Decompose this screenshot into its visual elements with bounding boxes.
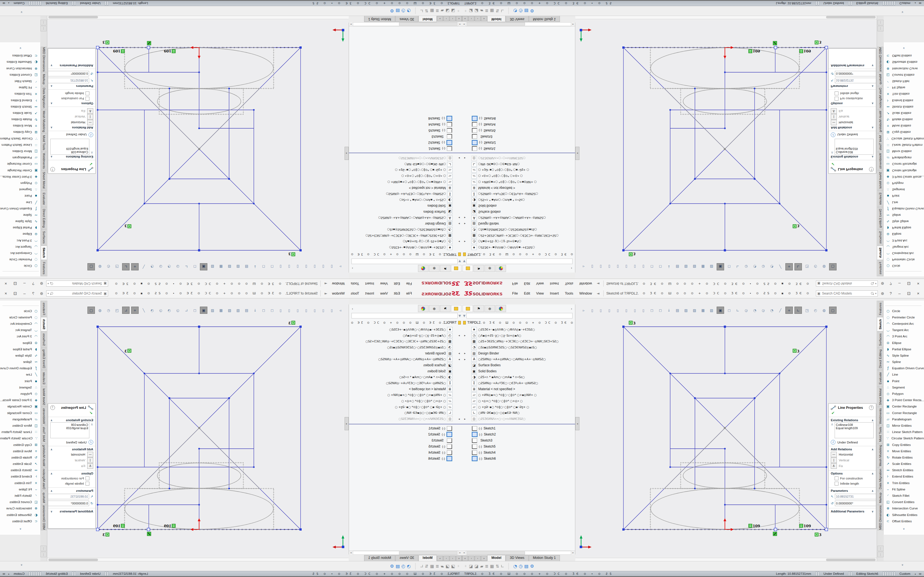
visibility-icon[interactable]: ∞	[919, 572, 922, 576]
tool-style-spline[interactable]: ∿Style Spline	[884, 352, 924, 359]
toolbar-icon[interactable]: +	[131, 263, 139, 270]
checkbox-icon[interactable]	[86, 476, 89, 480]
visibility-icon[interactable]: ∞	[2, 1, 5, 5]
toolbar-icon[interactable]: ▤	[524, 8, 528, 13]
close-button[interactable]: ×	[914, 281, 922, 286]
tree-item-plane[interactable]: ▱○ +ИN◎▪+○ *⊙‖○◦○‖⊙* ○+▪◎NИ+ ○	[351, 392, 462, 398]
tool-polygon[interactable]: ◇Polygon	[0, 390, 40, 397]
tree-item[interactable]: ◑○ƧS•∩ * ▪Am○◦○mA▪ * ∩•Sƨ○	[351, 374, 462, 380]
toolbar-icon[interactable]: ▦	[699, 263, 706, 270]
tree-root-row[interactable]: TЯPDL2. ⊙ ƷЄ ⊙ Ш ⊙ ⊙ ⊙ + ⊙ ƆC ⊙ ƷЄ ⊙ • ⊙…	[463, 252, 573, 257]
tool-spline[interactable]: ∾Spline	[884, 359, 924, 365]
toolbar-icon[interactable]: ▢	[829, 263, 837, 270]
tree-item[interactable]: ★○ƧSƷЄ+◦▪◎ΛΛΦ○◦○ΦΛΛ◎▪◦+ЄƷSƧ○	[462, 245, 573, 251]
menu-view[interactable]: View	[534, 281, 546, 287]
menu-window[interactable]: Window	[330, 281, 347, 287]
angle-input[interactable]	[48, 502, 89, 505]
tree-item-origin[interactable]: ∟○ИN◦ƏЄ▪◎○◦○◎▪ЄƏ◦NИ○	[462, 410, 573, 416]
tab-dimxpertmanager[interactable]	[496, 305, 506, 312]
toolbar-icon[interactable]: ≣	[485, 564, 489, 569]
toolbar-icon[interactable]: ∟	[183, 263, 190, 270]
toolbar-icon[interactable]: ◔	[407, 564, 411, 569]
cm-tab-sketch[interactable]: Sketch	[41, 246, 47, 260]
toolbar-icon[interactable]: ◔	[513, 564, 517, 569]
toolbar-icon[interactable]: ▨	[683, 263, 690, 270]
cm-tab-direct-editing[interactable]: Direct Editing	[877, 348, 883, 370]
help-icon[interactable]: ?	[869, 405, 874, 410]
cm-tab-data-migration[interactable]: Data Migration	[877, 467, 883, 491]
tree-item-sketch3[interactable]: Sketch3	[351, 134, 462, 140]
tool-tangent-arc[interactable]: ◡Tangent Arc	[0, 244, 40, 250]
tabs-overflow-arrow[interactable]: ›	[571, 266, 574, 271]
tree-item[interactable]: ◔○Sƨ▪◎SƧИNЄƷƧS○◦○SƧƷЄNИSƧ◎▪ƨS○	[351, 227, 462, 233]
menu-edit[interactable]: Edit	[522, 281, 532, 287]
toolbar-icon[interactable]: ◶	[157, 307, 164, 314]
search-icon[interactable]	[871, 282, 874, 285]
search-dropdown-icon[interactable]: ▾	[48, 292, 49, 295]
restore-button[interactable]: ⊡	[905, 291, 913, 296]
tool-spline[interactable]: ∾Spline	[0, 359, 40, 365]
spinner[interactable]: ▲▼	[48, 71, 48, 76]
tool-segment[interactable]: ∴Segment	[0, 384, 40, 390]
tree-item-plane[interactable]: ▱○ •◎+○ *⊙‖○◦○‖⊙* ○+◎• ○	[351, 398, 462, 404]
pin-menu-icon[interactable]: ◄	[597, 282, 599, 286]
add-relation-horizontal[interactable]: —Horizontal	[50, 120, 93, 126]
cm-tab-surfaces[interactable]: Surfaces	[41, 229, 47, 245]
scroll-left-icon[interactable]: ◂	[458, 22, 462, 26]
markup-tools[interactable]: ◪◪▰≣▦⇅∟	[469, 8, 504, 13]
tree-horizontal-scrollbar[interactable]: ◂ ▸	[349, 22, 462, 26]
add-relation-vertical[interactable]: |Vertical	[50, 457, 93, 463]
add-relation-fix[interactable]: ⚓Fix	[50, 108, 93, 114]
cm-tab-sketch[interactable]: Sketch	[877, 246, 883, 260]
menu-insert[interactable]: Insert	[363, 281, 377, 287]
angle-input[interactable]	[835, 72, 876, 76]
tool-circular-sketch-pattern[interactable]: ∵Circular Sketch Pattern	[0, 435, 40, 442]
toolbar-icon[interactable]: ◔	[149, 263, 156, 270]
search-input[interactable]	[55, 291, 103, 296]
cm-tab-mold-tools[interactable]: Mold Tools	[877, 134, 883, 152]
menu-tools[interactable]: Tools	[562, 281, 575, 287]
view-toolbar[interactable]: ▹▯▯▯▯▯▯▯◻◻↓▤▨▨▦▧▣◻∟◶◔◶◔╱+∟◳◴◍▢	[580, 307, 837, 314]
tree-item-annotations[interactable]: ▸A○ƧSИN◎◦+A+◎ИNA○◦○AИN◎+A+◦◎NИSƧ○	[351, 356, 462, 362]
toolbar-icon[interactable]: ◷	[402, 8, 405, 13]
restore-button[interactable]: ⊡	[11, 281, 19, 286]
cm-tab-surfaces[interactable]: Surfaces	[877, 229, 883, 245]
toolbar-icon[interactable]: ▯	[597, 263, 604, 270]
tree-horizontal-scrollbar[interactable]: ◂ ▸	[462, 551, 575, 555]
session-tools[interactable]: ◔◷▤⚙	[513, 564, 534, 569]
tree-item-plane[interactable]: ▱○ +ИN◎▪+○ *⊙‖○◦○‖⊙* ○+▪◎NИ+ ○	[351, 179, 462, 185]
checkbox-icon[interactable]	[86, 482, 89, 485]
tree-item-sketch3[interactable]: Sketch3	[351, 437, 462, 443]
toolbar-icon[interactable]: ◪	[475, 564, 478, 569]
tool-mirror-entities[interactable]: ◫Mirror Entities	[884, 422, 924, 429]
toolbar-icon[interactable]: ▯	[623, 307, 630, 314]
toolbar-icon[interactable]: ▧	[708, 263, 715, 270]
toolbar-icon[interactable]: ◻	[726, 307, 733, 314]
relation-item[interactable]: Collinear108	[52, 423, 88, 426]
toolbar-icon[interactable]: ◍	[821, 263, 827, 270]
toolbar-icon[interactable]: ↓	[252, 307, 258, 314]
toolbar-icon[interactable]: ◔	[768, 307, 775, 314]
tool-extend-entities[interactable]: ⊦Extend Entities	[884, 97, 924, 103]
tool-rotate-entities[interactable]: ↻Rotate Entities	[884, 116, 924, 123]
toolbar-icon[interactable]: ◷	[519, 8, 522, 13]
cm-overflow-dots[interactable]: ⋮	[877, 20, 884, 25]
tree-splitter[interactable]	[462, 424, 575, 424]
tree-splitter[interactable]	[349, 424, 462, 424]
cm-tab-mold-tools[interactable]: Mold Tools	[41, 425, 47, 443]
help-icon[interactable]: ?	[30, 282, 37, 286]
toolbar-icon[interactable]: ◻	[269, 307, 276, 314]
toolbar-icon[interactable]: ◳	[113, 263, 120, 270]
tool-sketch-fillet[interactable]: ◜Sketch Fillet	[884, 492, 924, 499]
scroll-left-icon[interactable]: ◂	[462, 22, 466, 26]
tree-item-sketch2[interactable]: (-)Sketch2	[462, 431, 573, 437]
menu-tools[interactable]: Tools	[349, 290, 362, 296]
view-toolbar[interactable]: ▹▯▯▯▯▯▯▯◻◻↓▤▨▨▦▧▣◻∟◶◔◶◔╱+∟◳◴◍▢	[580, 263, 837, 270]
menu-insert[interactable]: Insert	[548, 281, 562, 287]
tree-item[interactable]: ◔○Sƨ▪◎SƧИNЄƷƧS○◦○SƧƷЄNИSƧ◎▪ƨS○	[351, 344, 462, 350]
toolbar-icon[interactable]: ◴	[105, 263, 112, 270]
tab-nav-first[interactable]: «	[462, 556, 468, 561]
collapse-chevron-icon[interactable]: ∧	[50, 156, 53, 158]
tool-perimeter-circle[interactable]: ◌Perimeter Circle	[884, 314, 924, 321]
tree-item-locked-folder[interactable]: ▸▨○ƧSƷЄИNΛ∩•○◦○•∩ΛNИЄƷSƧ○	[351, 155, 462, 161]
